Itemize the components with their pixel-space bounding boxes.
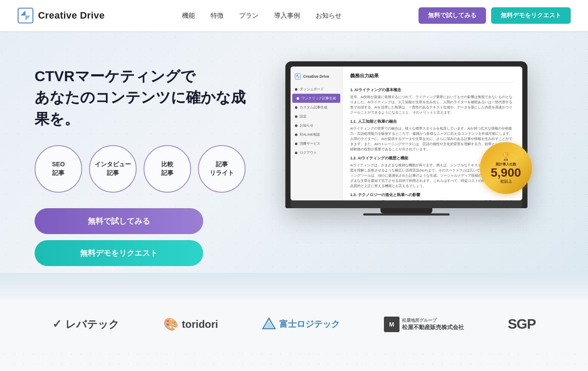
laptop-base xyxy=(291,200,522,208)
circle-comparison: 比較記事 xyxy=(144,145,191,193)
hero-demo-button[interactable]: 無料デモをリクエスト xyxy=(35,240,203,266)
laptop-logo: Creative Drive xyxy=(291,71,342,85)
laptop-output-title: 義務出力結果 xyxy=(350,73,514,83)
sidebar-oneclick: ワンクリック記事生成 xyxy=(292,94,340,103)
logo[interactable]: Creative Drive xyxy=(17,7,105,24)
laptop-foot xyxy=(363,213,450,216)
header: Creative Drive 機能 特徴 プラン 導入事例 お知らせ 無料で試し… xyxy=(0,0,588,31)
matsuya-logo-box: M xyxy=(384,317,399,332)
hero-trial-button[interactable]: 無料で試してみる xyxy=(35,208,203,234)
nav-item-news[interactable]: お知らせ xyxy=(316,12,342,20)
circle-rewrite: 記事リライト xyxy=(198,145,246,193)
matsuya-group-text: 松屋地所グループ xyxy=(402,317,464,323)
nav-item-cases[interactable]: 導入事例 xyxy=(274,12,300,20)
header-trial-button[interactable]: 無料で試してみる xyxy=(419,7,486,24)
sidebar-service: 消費サービス xyxy=(291,139,342,148)
logos-section: ✓ レバテック 🎨 toridori 富士ロジテック M 松屋地所グループ 松屋… xyxy=(0,299,588,349)
sidebar-logout: ログアウト xyxy=(291,148,342,157)
toridori-text: toridori xyxy=(182,318,218,330)
laptop-mockup: Creative Drive ダッシュボード ワンクリック記事生成 カスタム記事… xyxy=(285,61,527,216)
toridori-icon: 🎨 xyxy=(163,317,179,331)
hero-right: Creative Drive ダッシュボード ワンクリック記事生成 カスタム記事… xyxy=(259,57,553,216)
header-demo-button[interactable]: 無料デモをリクエスト xyxy=(491,7,571,24)
hero-circles: SEO記事 インタビュー記事 比較記事 記事リライト xyxy=(35,145,259,193)
levtech-check-icon: ✓ xyxy=(52,317,62,331)
sidebar-settings: 設定 xyxy=(291,112,342,121)
section-divider xyxy=(0,273,588,299)
matsuya-text: 松屋不動産販売株式会社 xyxy=(402,323,464,331)
sidebar-dashboard: ダッシュボード xyxy=(291,85,342,94)
sidebar-news: お知らせ xyxy=(291,121,342,130)
badge-suffix: 社以上 xyxy=(500,179,512,184)
hero-section: CTVRマーケティングで あなたのコンテンツに確かな成果を。 SEO記事 インタ… xyxy=(0,31,588,273)
badge-inner: 🏆 累計導入社数 5,900 社以上 xyxy=(480,142,532,194)
sgp-text: SGP xyxy=(508,316,536,332)
content-section-1: 1. AIライティングの基本概念 近年、AI技術が急速に発展するにつれて、ライテ… xyxy=(350,87,514,115)
logo-text: Creative Drive xyxy=(38,10,105,21)
hero-title: CTVRマーケティングで あなたのコンテンツに確かな成果を。 xyxy=(35,66,259,130)
main-nav: 機能 特徴 プラン 導入事例 お知らせ xyxy=(182,12,342,20)
brand-levtech: ✓ レバテック xyxy=(52,317,119,331)
fuji-icon xyxy=(262,317,276,331)
brand-sgp: SGP xyxy=(508,316,536,332)
logo-icon xyxy=(17,7,34,24)
brand-fuji: 富士ロジテック xyxy=(262,317,340,331)
hero-left: CTVRマーケティングで あなたのコンテンツに確かな成果を。 SEO記事 インタ… xyxy=(35,57,259,266)
nav-item-plans[interactable]: プラン xyxy=(239,12,259,20)
badge-number: 5,900 xyxy=(491,167,521,179)
circle-seo: SEO記事 xyxy=(35,145,82,193)
achievement-badge: 🏆 累計導入社数 5,900 社以上 xyxy=(480,142,532,194)
circle-interview: インタビュー記事 xyxy=(89,145,137,193)
nav-item-characteristics[interactable]: 特徴 xyxy=(211,12,224,20)
badge-trophy-icon: 🏆 xyxy=(501,152,511,161)
levtech-text: レバテック xyxy=(65,317,119,331)
fuji-text: 富士ロジテック xyxy=(279,318,340,330)
bottom-dots-area xyxy=(0,349,588,371)
laptop-stand xyxy=(380,208,432,213)
sidebar-custom: カスタム記事生成 xyxy=(291,103,342,112)
brand-toridori: 🎨 toridori xyxy=(163,317,218,331)
nav-item-features[interactable]: 機能 xyxy=(182,12,195,20)
sidebar-line: 対ALINE相談 xyxy=(291,130,342,139)
laptop-sidebar: Creative Drive ダッシュボード ワンクリック記事生成 カスタム記事… xyxy=(291,67,342,200)
brand-matsuya: M 松屋地所グループ 松屋不動産販売株式会社 xyxy=(384,317,464,332)
header-buttons: 無料で試してみる 無料デモをリクエスト xyxy=(419,7,571,24)
